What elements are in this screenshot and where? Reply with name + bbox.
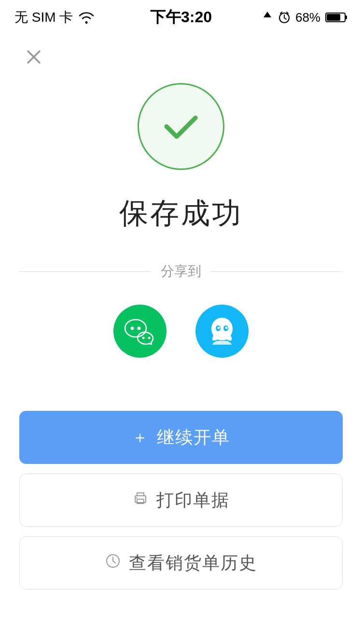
history-icon [105, 553, 121, 573]
share-label: 分享到 [161, 262, 201, 280]
print-icon [132, 490, 149, 510]
battery-percent: 68% [295, 10, 320, 25]
checkmark-icon [159, 105, 203, 148]
printer-svg [132, 490, 149, 506]
clock-svg [105, 553, 121, 569]
divider-left [19, 271, 151, 272]
share-icons [19, 305, 343, 358]
history-label: 查看销货单历史 [129, 551, 257, 575]
sim-status: 无 SIM 卡 [14, 8, 73, 27]
status-bar: 无 SIM 卡 下午3:20 68% [0, 0, 362, 35]
wechat-share-button[interactable] [113, 305, 167, 358]
history-button[interactable]: 查看销货单历史 [19, 536, 343, 589]
share-section: 分享到 [0, 262, 362, 367]
qq-share-button[interactable] [195, 305, 249, 358]
svg-point-12 [138, 327, 141, 330]
battery-icon [325, 12, 348, 23]
wechat-icon [124, 318, 156, 345]
svg-rect-7 [327, 14, 340, 21]
svg-point-18 [225, 327, 228, 329]
share-divider: 分享到 [19, 262, 343, 280]
action-buttons: ＋ 继续开单 打印单据 [0, 411, 362, 589]
main-content: 保存成功 分享到 [0, 35, 362, 589]
svg-point-13 [142, 337, 145, 339]
svg-point-10 [125, 320, 146, 337]
close-button[interactable] [19, 42, 48, 71]
alarm-icon [278, 11, 291, 24]
status-right: 68% [262, 10, 348, 25]
svg-point-21 [136, 497, 138, 499]
svg-point-17 [218, 327, 220, 329]
svg-line-2 [284, 18, 286, 19]
qq-icon [207, 314, 237, 349]
continue-button[interactable]: ＋ 继续开单 [19, 411, 343, 464]
svg-rect-6 [345, 15, 347, 19]
print-label: 打印单据 [156, 489, 230, 512]
svg-point-11 [131, 327, 134, 330]
success-circle [138, 83, 224, 170]
print-button[interactable]: 打印单据 [19, 474, 343, 527]
success-title: 保存成功 [119, 194, 243, 233]
close-icon [23, 46, 44, 68]
divider-right [211, 271, 343, 272]
status-time: 下午3:20 [150, 7, 212, 28]
plus-icon: ＋ [132, 426, 149, 448]
wifi-icon [78, 11, 95, 24]
svg-line-24 [113, 561, 115, 563]
location-icon [262, 11, 273, 24]
svg-point-14 [148, 337, 151, 339]
continue-label: 继续开单 [157, 426, 230, 449]
status-left: 无 SIM 卡 [14, 8, 95, 27]
